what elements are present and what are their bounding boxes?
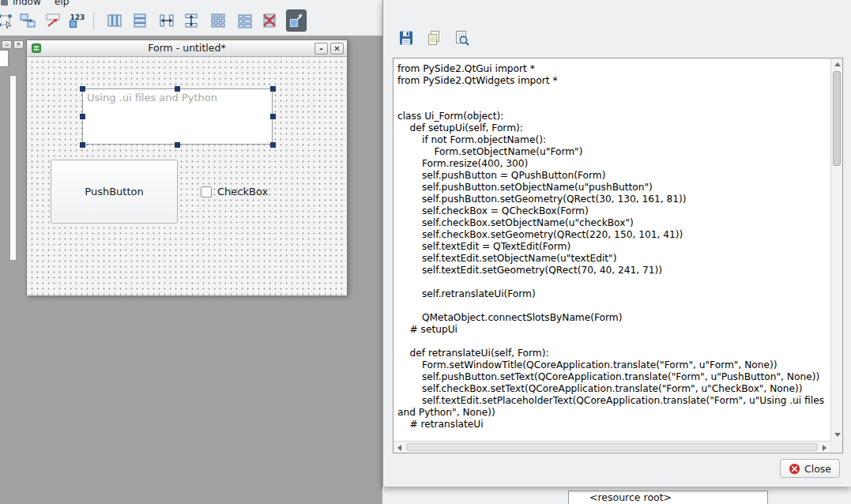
edit-tab-order-icon: 123 [68, 12, 85, 29]
pushbutton-widget[interactable]: PushButton [51, 160, 178, 224]
checkbox-indicator[interactable] [201, 186, 212, 197]
menu-window[interactable]: indow [13, 0, 41, 7]
print-preview-icon [453, 29, 470, 47]
edit-signals-slots-icon [19, 12, 36, 29]
textedit-widget[interactable]: Using .ui files and Python [82, 88, 273, 145]
form-window: Form - untitled* - ✕ Using .ui files and… [26, 39, 348, 295]
layout-vertical-splitter-button[interactable] [181, 9, 201, 32]
copy-button[interactable] [424, 27, 444, 49]
selection-handle[interactable] [80, 86, 85, 92]
scroll-up-button[interactable] [831, 58, 843, 70]
arrow-right-icon [823, 445, 827, 451]
resource-tree: <resource root> [568, 491, 768, 504]
selection-handle[interactable] [270, 114, 276, 119]
widgetbox-filter-input[interactable] [0, 50, 9, 67]
adjust-size-button[interactable] [286, 9, 307, 32]
vertical-scrollbar [830, 58, 842, 441]
widgetbox-scrollbar[interactable] [9, 75, 17, 261]
selection-handle[interactable] [80, 142, 85, 148]
qt-designer-screen: indow elp [0, 0, 851, 504]
print-preview-button[interactable] [451, 27, 472, 49]
generated-code-text[interactable]: from PySide2.QtGui import * from PySide2… [397, 63, 828, 438]
textedit-placeholder: Using .ui files and Python [83, 89, 272, 106]
scroll-down-button[interactable] [831, 429, 843, 441]
dock-float-button[interactable]: ▫ [2, 40, 12, 49]
horizontal-scrollbar [393, 441, 830, 453]
code-preview-dialog: from PySide2.QtGui import * from PySide2… [382, 0, 851, 487]
scrollbar-corner [830, 441, 842, 453]
resource-browser-strip: <resource root> [382, 487, 851, 504]
menubar: indow elp [0, 0, 382, 7]
close-icon [789, 463, 800, 475]
pushbutton-label: PushButton [85, 186, 143, 197]
vertical-scrollbar-thumb[interactable] [833, 71, 841, 166]
layout-form-icon [236, 12, 254, 29]
edit-signals-slots-button[interactable] [17, 9, 38, 32]
selection-handle[interactable] [175, 86, 180, 92]
layout-horizontal-button[interactable] [104, 9, 125, 32]
layout-vertical-icon [131, 12, 149, 29]
layout-horizontal-splitter-icon [158, 12, 175, 29]
arrow-up-icon [834, 62, 841, 66]
dock-close-button[interactable]: ✕ [13, 40, 24, 49]
menubar-icon[interactable] [1, 0, 8, 6]
dialog-toolbar [396, 27, 472, 49]
adjust-size-icon [288, 12, 305, 29]
horizontal-scrollbar-thumb[interactable] [406, 443, 818, 451]
form-icon [32, 43, 41, 53]
layout-horizontal-splitter-button[interactable] [156, 9, 177, 32]
layout-horizontal-icon [106, 12, 123, 29]
form-window-title: Form - untitled* [27, 40, 347, 56]
break-layout-button[interactable] [259, 9, 280, 32]
form-titlebar[interactable]: Form - untitled* - ✕ [27, 40, 347, 57]
selection-handle[interactable] [270, 86, 276, 92]
checkbox-widget[interactable]: CheckBox [201, 175, 281, 208]
selection-handle[interactable] [175, 142, 180, 148]
resource-root-item[interactable]: <resource root> [569, 491, 767, 504]
layout-vertical-button[interactable] [130, 9, 150, 32]
arrow-down-icon [834, 433, 841, 437]
checkbox-label: CheckBox [217, 186, 268, 197]
edit-buddies-icon [44, 12, 62, 29]
save-icon [397, 29, 415, 47]
tab-order-label: 123 [70, 13, 85, 21]
layout-vertical-splitter-icon [183, 12, 200, 29]
break-layout-icon [261, 12, 278, 29]
scroll-right-button[interactable] [819, 442, 830, 453]
close-button[interactable]: Close [780, 459, 840, 478]
selection-handle[interactable] [80, 114, 85, 119]
arrow-left-icon [397, 445, 401, 451]
selection-handle[interactable] [270, 142, 276, 148]
edit-widgets-button[interactable] [0, 9, 15, 32]
scroll-left-button[interactable] [393, 442, 405, 453]
copy-icon [425, 29, 442, 47]
save-button[interactable] [396, 27, 416, 49]
minimize-button[interactable]: - [314, 43, 328, 55]
close-button-label: Close [804, 463, 831, 475]
mdi-area: ▫ ✕ Form - untitled* - ✕ Using .ui files… [0, 36, 382, 504]
edit-tab-order-button[interactable]: 123 [66, 9, 87, 32]
edit-widgets-icon [0, 12, 13, 29]
layout-form-button[interactable] [235, 9, 255, 32]
code-view: from PySide2.QtGui import * from PySide2… [393, 58, 843, 453]
toolbar-separator [93, 12, 94, 29]
edit-buddies-button[interactable] [43, 9, 63, 32]
close-window-button[interactable]: ✕ [330, 43, 344, 55]
main-toolbar: 123 [0, 7, 382, 36]
form-canvas[interactable]: Using .ui files and Python PushButton Ch… [27, 57, 347, 295]
layout-grid-button[interactable] [208, 9, 228, 32]
menu-help[interactable]: elp [55, 0, 69, 7]
layout-grid-icon [209, 12, 227, 29]
